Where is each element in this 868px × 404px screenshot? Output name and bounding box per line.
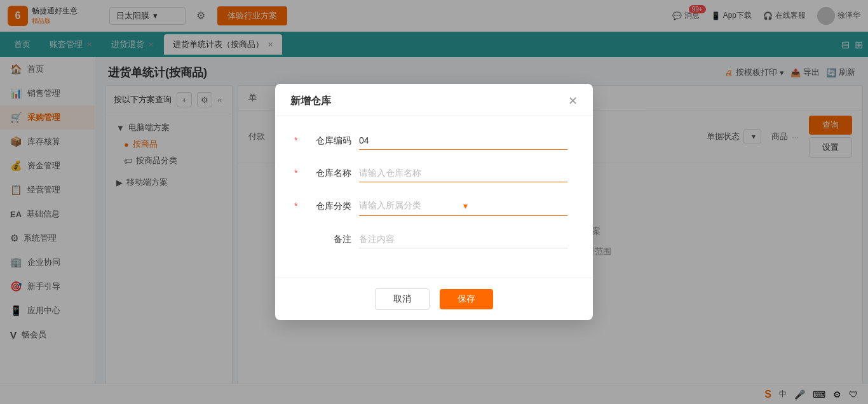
name-input[interactable]: [359, 164, 567, 182]
category-chevron-icon: ▾: [463, 201, 567, 211]
cancel-button[interactable]: 取消: [375, 288, 430, 310]
code-input[interactable]: [359, 131, 567, 150]
form-row-category: 仓库分类 请输入所属分类 ▾: [301, 196, 567, 216]
save-button[interactable]: 保存: [440, 289, 493, 309]
dialog-body: 仓库编码 仓库名称 仓库分类 请输入所属分类 ▾ 备注: [275, 116, 593, 278]
remark-label: 备注: [301, 234, 351, 245]
remark-input[interactable]: [359, 230, 567, 248]
new-warehouse-dialog: 新增仓库 ✕ 仓库编码 仓库名称 仓库分类 请输入所属分类 ▾: [275, 84, 593, 320]
form-row-remark: 备注: [301, 230, 567, 248]
name-label: 仓库名称: [301, 168, 351, 179]
dialog-footer: 取消 保存: [275, 278, 593, 320]
category-label: 仓库分类: [301, 201, 351, 212]
dialog-close-btn[interactable]: ✕: [568, 94, 578, 108]
form-row-name: 仓库名称: [301, 164, 567, 182]
category-placeholder: 请输入所属分类: [359, 200, 463, 212]
category-select[interactable]: 请输入所属分类 ▾: [359, 196, 567, 216]
dialog-title: 新增仓库: [290, 95, 331, 108]
form-row-code: 仓库编码: [301, 131, 567, 150]
dialog-header: 新增仓库 ✕: [275, 84, 593, 116]
code-label: 仓库编码: [301, 135, 351, 147]
dialog-overlay: 新增仓库 ✕ 仓库编码 仓库名称 仓库分类 请输入所属分类 ▾: [0, 0, 868, 404]
